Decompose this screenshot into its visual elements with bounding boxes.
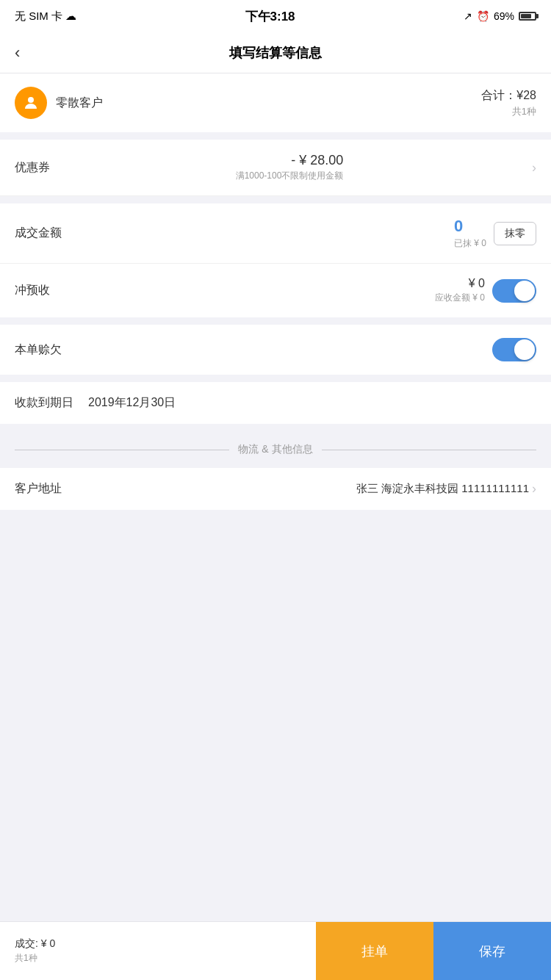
debt-toggle[interactable] (492, 338, 536, 361)
amount-sub: 已抹 ¥ 0 (454, 237, 486, 250)
logistics-title: 物流 & 其他信息 (238, 443, 312, 456)
avatar (15, 87, 47, 119)
hangup-button[interactable]: 挂单 (316, 922, 433, 980)
debt-label: 本单赊欠 (15, 342, 62, 358)
status-time: 下午3:18 (245, 8, 295, 25)
coupon-label: 优惠券 (15, 160, 50, 176)
bottom-info: 成交: ¥ 0 共1种 (0, 922, 316, 980)
back-button[interactable]: ‹ (15, 43, 20, 62)
pre-collect-value: ¥ 0 (435, 277, 485, 290)
chevron-right-icon: › (532, 160, 536, 176)
transaction-section: 成交金额 0 已抹 ¥ 0 抹零 冲预收 ¥ 0 应收金额 ¥ 0 (0, 203, 551, 317)
pre-collect-row: 冲预收 ¥ 0 应收金额 ¥ 0 (0, 264, 551, 317)
customer-section: 零散客户 合计：¥28 共1种 (0, 73, 551, 132)
transaction-value: ¥ 0 (41, 937, 55, 949)
battery-icon (519, 12, 536, 21)
page-title: 填写结算等信息 (229, 44, 322, 62)
logistics-header: 物流 & 其他信息 (0, 431, 551, 468)
due-date-label: 收款到期日 (15, 395, 73, 411)
status-bar: 无 SIM 卡 ☁ 下午3:18 ↗ ⏰ 69% (0, 0, 551, 32)
amount-label: 成交金额 (15, 226, 62, 241)
logistics-section: 物流 & 其他信息 (0, 431, 551, 468)
bottom-count: 共1种 (15, 952, 301, 965)
toggle-knob (514, 281, 535, 301)
coupon-section[interactable]: 优惠券 - ¥ 28.00 满1000-100不限制使用金额 › (0, 140, 551, 196)
bottom-bar: 成交: ¥ 0 共1种 挂单 保存 (0, 921, 551, 980)
transaction-label: 成交: (15, 937, 38, 949)
total-count: 共1种 (481, 105, 536, 118)
svg-point-0 (28, 97, 34, 103)
pre-collect-label: 冲预收 (15, 283, 50, 298)
alarm-icon: ⏰ (477, 10, 489, 22)
coupon-row[interactable]: 优惠券 - ¥ 28.00 满1000-100不限制使用金额 › (0, 140, 551, 196)
nav-bar: ‹ 填写结算等信息 (0, 32, 551, 73)
battery-percent: 69% (494, 10, 514, 22)
coupon-value: - ¥ 28.00 (236, 153, 344, 168)
amount-row: 成交金额 0 已抹 ¥ 0 抹零 (0, 203, 551, 264)
pre-collect-sub: 应收金额 ¥ 0 (435, 292, 485, 304)
customer-name: 零散客户 (56, 96, 103, 111)
address-chevron-icon: › (532, 481, 536, 497)
bottom-transaction: 成交: ¥ 0 (15, 937, 301, 951)
coupon-description: 满1000-100不限制使用金额 (236, 170, 344, 182)
debt-section: 本单赊欠 (0, 325, 551, 375)
amount-value: 0 (454, 217, 463, 235)
pre-collect-toggle[interactable] (492, 279, 536, 303)
content: 零散客户 合计：¥28 共1种 优惠券 - ¥ 28.00 满1000-100不… (0, 73, 551, 576)
total-amount: 合计：¥28 (481, 88, 536, 104)
divider-line-right (322, 450, 536, 450)
address-value: 张三 海淀永丰科技园 11111111111 (76, 482, 529, 496)
debt-toggle-knob (514, 339, 535, 360)
address-section[interactable]: 客户地址 张三 海淀永丰科技园 11111111111 › (0, 468, 551, 510)
status-right: ↗ ⏰ 69% (464, 10, 536, 22)
round-zero-button[interactable]: 抹零 (494, 222, 536, 245)
due-date-section[interactable]: 收款到期日 2019年12月30日 (0, 382, 551, 424)
address-label: 客户地址 (15, 481, 62, 497)
location-icon: ↗ (464, 10, 472, 22)
save-button[interactable]: 保存 (433, 922, 551, 980)
status-left: 无 SIM 卡 ☁ (15, 10, 76, 24)
divider-line-left (15, 450, 229, 450)
due-date-value: 2019年12月30日 (88, 395, 176, 411)
no-sim-label: 无 SIM 卡 ☁ (15, 10, 76, 24)
